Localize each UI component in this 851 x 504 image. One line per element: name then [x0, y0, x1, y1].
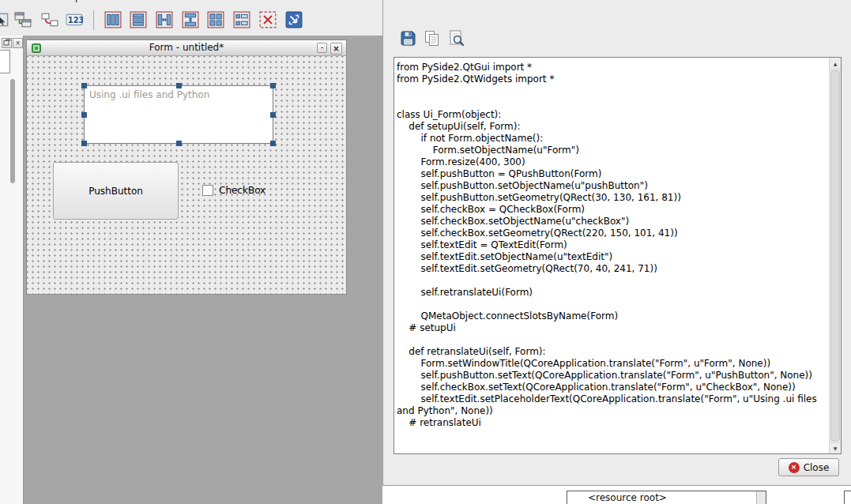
close-button[interactable]: × Close: [778, 458, 839, 476]
pushbutton-label: PushButton: [88, 186, 143, 197]
adjust-size-icon[interactable]: [285, 11, 303, 28]
selection-handle[interactable]: [81, 141, 87, 146]
view-code-dialog: from PySide2.QtGui import * from PySide2…: [382, 0, 851, 486]
checkbox-label: CheckBox: [219, 185, 265, 196]
selection-handle[interactable]: [270, 141, 276, 146]
widget-box-dock: ×: [0, 36, 24, 504]
dock-scrollbar-thumb[interactable]: [10, 79, 15, 183]
generated-code-view[interactable]: from PySide2.QtGui import * from PySide2…: [393, 57, 842, 454]
resource-root-label: <resource root>: [588, 492, 667, 503]
edit-buddies-icon[interactable]: [41, 11, 58, 28]
layout-splitter-horizontal-icon[interactable]: [156, 11, 173, 28]
resource-scrollbar[interactable]: [756, 491, 766, 504]
close-button-label: Close: [804, 462, 830, 473]
code-scrollbar-thumb[interactable]: [830, 70, 840, 441]
svg-text:123: 123: [68, 16, 83, 24]
menu-window[interactable]: Window: [6, 0, 43, 2]
selection-handle[interactable]: [176, 83, 182, 88]
minimize-button[interactable]: -: [317, 43, 327, 53]
panel-corner-fragment: [844, 491, 851, 504]
form-canvas[interactable]: Using .ui files and Python PushButton Ch…: [27, 56, 346, 294]
selection-handle[interactable]: [81, 112, 87, 118]
checkbox-widget[interactable]: CheckBox: [202, 185, 265, 196]
save-icon[interactable]: [399, 29, 417, 47]
edit-signals-slots-icon[interactable]: [14, 11, 32, 28]
bottom-dock-strip: <resource root>: [382, 486, 851, 504]
textedit-placeholder: Using .ui files and Python: [85, 86, 273, 103]
edit-widgets-icon[interactable]: [0, 11, 10, 28]
selection-handle[interactable]: [270, 83, 276, 88]
menu-help[interactable]: Help: [59, 0, 81, 2]
layout-form-icon[interactable]: [233, 11, 250, 28]
pushbutton-widget[interactable]: PushButton: [53, 162, 179, 220]
form-editor-window: Form - untitled* - × Using .ui files and…: [26, 39, 347, 295]
scroll-up-icon[interactable]: ▲: [830, 58, 841, 70]
selection-handle[interactable]: [176, 141, 182, 146]
widget-filter-input[interactable]: [0, 50, 10, 73]
edit-tab-order-icon[interactable]: 123: [66, 11, 83, 28]
code-scrollbar: ▲ ▼: [829, 58, 841, 453]
form-window-title: Form - untitled*: [27, 42, 346, 53]
layout-vertical-icon[interactable]: [130, 11, 147, 28]
textedit-widget[interactable]: Using .ui files and Python: [84, 85, 273, 144]
break-layout-icon[interactable]: [259, 11, 277, 28]
resource-browser[interactable]: <resource root>: [567, 491, 766, 504]
find-icon[interactable]: [447, 29, 465, 47]
selection-handle[interactable]: [270, 112, 276, 118]
scroll-down-icon[interactable]: ▼: [830, 442, 841, 453]
checkbox-indicator[interactable]: [202, 185, 213, 196]
main-toolbar: 123: [0, 5, 382, 36]
mdi-workspace: Form - untitled* - × Using .ui files and…: [24, 36, 382, 504]
layout-horizontal-icon[interactable]: [104, 11, 122, 28]
close-window-button[interactable]: ×: [330, 43, 342, 55]
selection-handle[interactable]: [81, 83, 87, 88]
qt-designer-window: Window Help 123: [0, 0, 851, 504]
layout-splitter-vertical-icon[interactable]: [182, 11, 199, 28]
dock-float-icon[interactable]: [2, 38, 12, 48]
layout-grid-icon[interactable]: [207, 11, 224, 28]
toolbar-separator: [93, 10, 94, 30]
close-red-icon: ×: [789, 462, 800, 473]
copy-icon[interactable]: [423, 29, 441, 47]
generated-code-text[interactable]: from PySide2.QtGui import * from PySide2…: [397, 62, 827, 429]
dock-close-icon[interactable]: ×: [13, 38, 23, 48]
form-window-titlebar[interactable]: Form - untitled* - ×: [27, 40, 346, 56]
